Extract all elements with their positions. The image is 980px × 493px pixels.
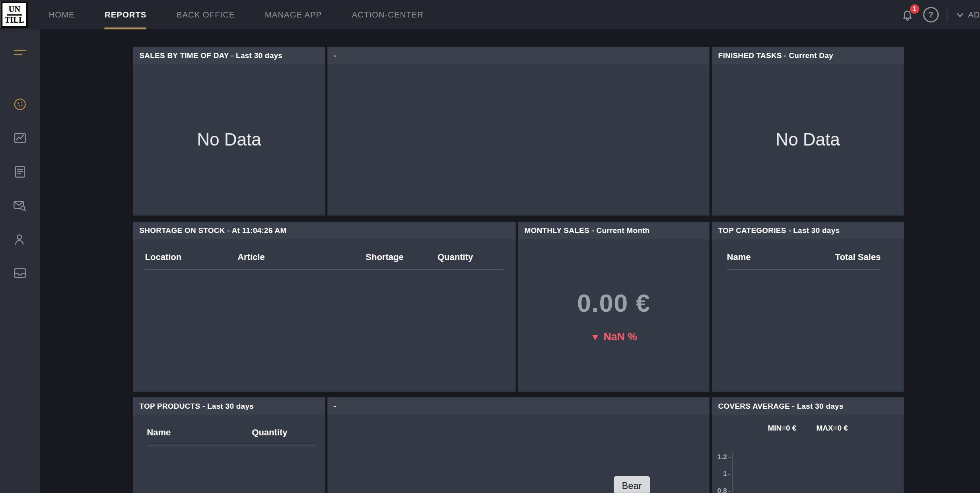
card-top-categories: TOP CATEGORIES - Last 30 days Name Total… (712, 222, 904, 392)
logo-text-top: UN (7, 5, 22, 16)
card-title: - (327, 397, 709, 415)
topbar-right-controls: 1 ? AD (900, 0, 980, 29)
column-quantity: Quantity (252, 427, 287, 437)
card-title: - (327, 47, 709, 64)
notifications-button[interactable]: 1 (900, 7, 915, 22)
main-nav: HOME REPORTS BACK OFFICE MANAGE APP ACTI… (49, 0, 424, 29)
column-quantity: Quantity (438, 252, 504, 262)
card-body: Bear (327, 415, 709, 493)
mail-search-icon (12, 198, 27, 213)
card-title: SALES BY TIME OF DAY - Last 30 days (133, 47, 325, 64)
sidebar-toggle-button[interactable] (12, 46, 27, 61)
menu-icon (12, 46, 27, 61)
topbar-divider (947, 8, 948, 21)
chart-frame-icon (12, 130, 27, 146)
shortage-table-header: Location Article Shortage Quantity (145, 252, 504, 270)
column-article: Article (237, 252, 366, 262)
card-covers-average: COVERS AVERAGE - Last 30 days MIN=0 € MA… (712, 397, 904, 493)
nav-item-action-center[interactable]: ACTION-CENTER (352, 0, 424, 29)
card-title: SHORTAGE ON STOCK - At 11:04:26 AM (133, 222, 516, 239)
nav-item-manage-app[interactable]: MANAGE APP (265, 0, 322, 29)
app-viewport: UN TILL HOME REPORTS BACK OFFICE MANAGE … (0, 0, 980, 493)
covers-chart-area: 1.2 1 0.8 (712, 423, 904, 493)
chart-tooltip-bear[interactable]: Bear (614, 476, 650, 493)
monthly-sales-amount: 0.00 € (518, 289, 710, 318)
user-menu-button[interactable]: AD (956, 10, 980, 19)
user-icon (12, 232, 27, 247)
card-body: Name Total Sales (712, 252, 904, 404)
card-body (327, 64, 709, 215)
trend-value: NaN % (603, 331, 637, 343)
notification-badge: 1 (910, 4, 920, 14)
column-location: Location (145, 252, 238, 262)
column-name: Name (727, 252, 751, 262)
help-button[interactable]: ? (923, 7, 939, 22)
sidebar-item-sales-reports[interactable] (12, 130, 27, 146)
y-axis-line (733, 452, 733, 493)
card-title: TOP CATEGORIES - Last 30 days (712, 222, 904, 239)
no-data-text: No Data (133, 64, 325, 215)
sidebar-item-dashboard[interactable] (12, 97, 27, 112)
y-axis-tick: 0.8 (712, 487, 731, 493)
card-body: No Data (133, 64, 325, 215)
card-shortage-on-stock: SHORTAGE ON STOCK - At 11:04:26 AM Locat… (133, 222, 516, 392)
y-axis-tick: 1 (712, 470, 731, 477)
card-body: No Data (712, 64, 904, 215)
card-body: Location Article Shortage Quantity (133, 252, 516, 404)
column-total-sales: Total Sales (835, 252, 881, 262)
chevron-down-icon (956, 10, 964, 19)
sidebar-item-documents[interactable] (12, 164, 27, 179)
top-navigation-bar: UN TILL HOME REPORTS BACK OFFICE MANAGE … (0, 0, 980, 29)
sidebar-item-users[interactable] (12, 232, 27, 247)
nav-item-back-office[interactable]: BACK OFFICE (177, 0, 235, 29)
card-top-products: TOP PRODUCTS - Last 30 days Name Quantit… (133, 397, 325, 493)
column-name: Name (147, 427, 252, 437)
trend-down-icon: ▼ (590, 332, 599, 342)
cookie-dashboard-icon (12, 97, 27, 112)
card-monthly-sales: MONTHLY SALES - Current Month 0.00 € ▼Na… (518, 222, 710, 392)
monthly-sales-trend: ▼NaN % (518, 331, 710, 344)
card-title: MONTHLY SALES - Current Month (518, 222, 710, 239)
logo-text-bottom: TILL (5, 16, 24, 24)
y-axis-tick: 1.2 (712, 453, 731, 460)
card-body: MIN=0 € MAX=0 € 1.2 1 0.8 (712, 423, 904, 493)
help-glyph: ? (928, 10, 933, 19)
untill-logo[interactable]: UN TILL (1, 1, 28, 28)
nav-item-home[interactable]: HOME (49, 0, 75, 29)
products-table-header: Name Quantity (147, 427, 316, 446)
sidebar-icon-list (12, 97, 27, 281)
no-data-text: No Data (712, 64, 904, 215)
categories-table-header: Name Total Sales (727, 252, 881, 270)
user-label: AD (968, 10, 980, 19)
sidebar-item-mail-search[interactable] (12, 198, 27, 213)
nav-item-reports[interactable]: REPORTS (105, 0, 146, 29)
card-title: FINISHED TASKS - Current Day (712, 47, 904, 64)
sidebar-item-inbox[interactable] (12, 266, 27, 281)
card-untitled-bottom: - Bear (327, 397, 709, 493)
inbox-icon (12, 266, 27, 281)
card-body: Name Quantity (133, 427, 325, 493)
card-title: TOP PRODUCTS - Last 30 days (133, 397, 325, 415)
card-title: COVERS AVERAGE - Last 30 days (712, 397, 904, 415)
card-untitled-top: - (327, 47, 709, 215)
column-shortage: Shortage (366, 252, 438, 262)
card-sales-by-time-of-day: SALES BY TIME OF DAY - Last 30 days No D… (133, 47, 325, 215)
document-icon (12, 164, 27, 179)
sidebar (0, 29, 40, 493)
card-finished-tasks: FINISHED TASKS - Current Day No Data (712, 47, 904, 215)
